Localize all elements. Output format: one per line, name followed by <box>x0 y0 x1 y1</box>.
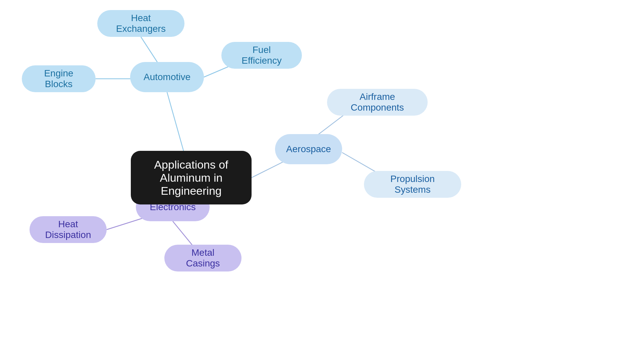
automotive-node[interactable]: Automotive <box>130 62 204 92</box>
heat-exchangers-node[interactable]: Heat Exchangers <box>97 10 184 37</box>
fuel-efficiency-label: Fuel Efficiency <box>233 45 290 66</box>
airframe-node[interactable]: Airframe Components <box>327 89 428 116</box>
engine-blocks-label: Engine Blocks <box>34 68 84 89</box>
metal-casings-node[interactable]: Metal Casings <box>164 245 241 271</box>
propulsion-label: Propulsion Systems <box>376 174 449 195</box>
svg-line-0 <box>167 92 184 154</box>
aerospace-label: Aerospace <box>286 144 331 155</box>
heat-dissipation-node[interactable]: Heat Dissipation <box>30 216 107 243</box>
fuel-efficiency-node[interactable]: Fuel Efficiency <box>221 42 302 69</box>
metal-casings-label: Metal Casings <box>176 247 229 269</box>
engine-blocks-node[interactable]: Engine Blocks <box>22 65 96 92</box>
heat-exchangers-label: Heat Exchangers <box>109 13 172 34</box>
airframe-label: Airframe Components <box>339 92 416 113</box>
center-node: Applications of Aluminum in Engineering <box>131 151 252 204</box>
heat-dissipation-label: Heat Dissipation <box>42 219 95 240</box>
automotive-label: Automotive <box>144 72 191 82</box>
aerospace-node[interactable]: Aerospace <box>275 134 342 164</box>
propulsion-node[interactable]: Propulsion Systems <box>364 171 461 198</box>
center-label: Applications of Aluminum in Engineering <box>143 158 239 197</box>
